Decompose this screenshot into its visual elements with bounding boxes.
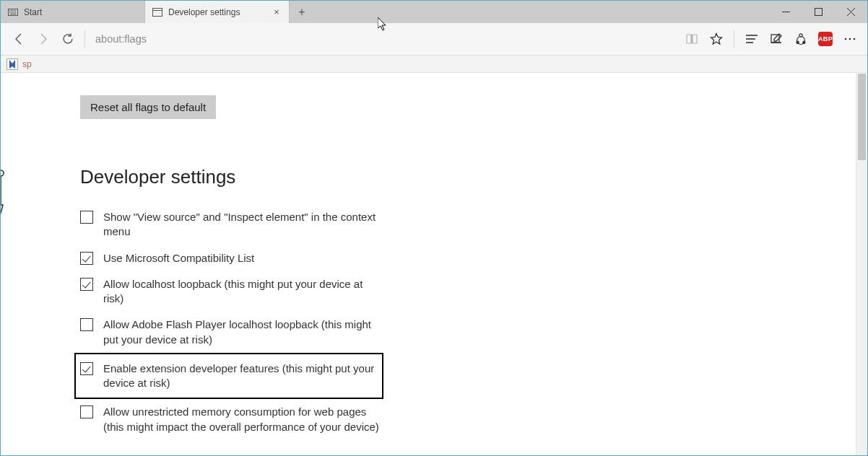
- keyboard-icon: [8, 7, 18, 17]
- option-row: Show "View source" and "Inspect element"…: [80, 204, 383, 245]
- option-label: Enable extension developer features (thi…: [103, 361, 376, 391]
- checkbox[interactable]: [80, 252, 93, 265]
- svg-rect-12: [153, 8, 162, 16]
- svg-rect-9: [12, 12, 13, 12]
- svg-rect-1: [10, 14, 16, 14]
- separator: [734, 30, 734, 48]
- option-row: Allow localhost loopback (this might put…: [80, 271, 383, 312]
- bookmark-label[interactable]: sp: [22, 59, 32, 69]
- svg-rect-10: [14, 12, 14, 12]
- close-window-button[interactable]: [835, 1, 867, 23]
- separator: [84, 30, 85, 48]
- forward-button[interactable]: [31, 27, 56, 51]
- minimize-button[interactable]: [770, 1, 802, 23]
- option-label: Allow unrestricted memory consumption fo…: [103, 405, 383, 434]
- svg-rect-8: [11, 12, 12, 12]
- option-row: Allow Adobe Flash Player localhost loopb…: [80, 312, 383, 353]
- svg-rect-3: [11, 10, 12, 11]
- maximize-button[interactable]: [802, 1, 835, 23]
- svg-point-25: [797, 41, 799, 43]
- window-controls: [770, 1, 867, 23]
- tab-title: Developer settings: [168, 7, 266, 17]
- svg-rect-11: [15, 12, 16, 12]
- svg-rect-5: [14, 10, 14, 11]
- abp-icon: ABP: [818, 32, 833, 46]
- tab-bar: Start Developer settings × +: [1, 1, 867, 23]
- checkbox[interactable]: [80, 362, 93, 375]
- svg-rect-6: [15, 10, 16, 11]
- reading-view-button[interactable]: [680, 27, 703, 51]
- tab-start[interactable]: Start: [1, 1, 145, 23]
- back-button[interactable]: [6, 27, 31, 51]
- option-label: Allow Adobe Flash Player localhost loopb…: [103, 317, 383, 347]
- checkbox[interactable]: [80, 405, 93, 418]
- svg-rect-2: [9, 10, 10, 11]
- option-label: Allow localhost loopback (this might put…: [103, 277, 383, 307]
- svg-point-29: [854, 38, 856, 40]
- svg-point-28: [849, 38, 851, 40]
- tools-icon: [1, 167, 15, 217]
- option-row: Allow unrestricted memory consumption fo…: [80, 399, 383, 440]
- share-button[interactable]: [789, 27, 812, 51]
- favorites-bar: sp: [1, 56, 867, 73]
- bookmark-icon[interactable]: [6, 58, 18, 70]
- address-bar[interactable]: about:flags: [95, 33, 680, 45]
- svg-point-32: [1, 170, 4, 176]
- window-icon: [152, 7, 162, 17]
- option-label: Use Microsoft Compatibility List: [103, 251, 254, 266]
- favorite-button[interactable]: [705, 27, 728, 51]
- new-tab-button[interactable]: +: [290, 1, 314, 23]
- option-label: Show "View source" and "Inspect element"…: [103, 210, 383, 240]
- scrollbar[interactable]: [856, 74, 867, 455]
- svg-rect-4: [12, 10, 13, 11]
- option-row: Use Microsoft Compatibility List: [80, 245, 383, 271]
- tab-developer-settings[interactable]: Developer settings ×: [145, 1, 290, 23]
- checkbox[interactable]: [80, 278, 93, 291]
- more-button[interactable]: [838, 27, 862, 51]
- svg-point-26: [803, 41, 805, 43]
- option-row: Enable extension developer features (thi…: [74, 353, 383, 400]
- page-content: Reset all flags to default Developer set…: [1, 74, 856, 455]
- toolbar: about:flags ABP: [1, 23, 867, 56]
- close-icon[interactable]: ×: [272, 7, 282, 17]
- hub-button[interactable]: [740, 27, 763, 51]
- adblock-button[interactable]: ABP: [814, 27, 837, 51]
- svg-rect-15: [815, 9, 823, 16]
- svg-rect-7: [9, 12, 10, 12]
- section-title: Developer settings: [80, 166, 383, 188]
- reset-flags-button[interactable]: Reset all flags to default: [80, 95, 216, 119]
- checkbox[interactable]: [80, 211, 93, 224]
- tab-title: Start: [24, 7, 137, 17]
- scroll-thumb[interactable]: [858, 74, 866, 160]
- web-note-button[interactable]: [765, 27, 788, 51]
- checkbox[interactable]: [80, 318, 93, 331]
- svg-point-27: [845, 38, 847, 40]
- refresh-button[interactable]: [56, 27, 80, 51]
